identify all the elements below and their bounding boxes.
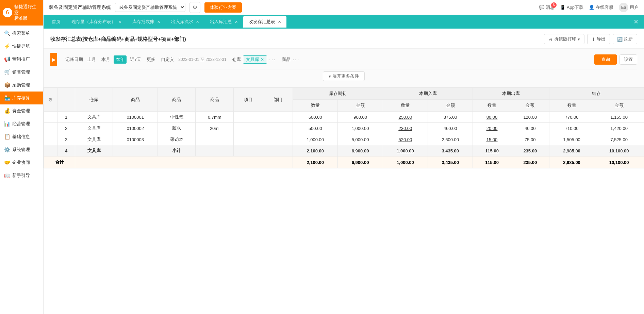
row-no: 4 <box>57 145 75 156</box>
print-button[interactable]: 🖨 拆镜版打印 ▾ <box>544 34 584 44</box>
date-btn-本月[interactable]: 本月 <box>99 55 112 64</box>
date-btn-本年[interactable]: 本年 <box>114 55 127 64</box>
col-in-amt: 金额 <box>428 100 473 112</box>
row-project <box>234 123 263 134</box>
tab-close-inout-summary[interactable]: ✕ <box>235 20 238 24</box>
tab-close-stock-dist[interactable]: ✕ <box>118 20 121 24</box>
avatar: Ea <box>619 3 628 12</box>
row-out-amt: 120.00 <box>511 112 549 123</box>
message-button[interactable]: 💬 消息 6 <box>539 4 555 11</box>
date-filter: 记账日期 上月本月本年近7天更多自定义 2023-01-01 至 2023-12… <box>65 55 227 64</box>
basic-icon: 📋 <box>4 134 10 140</box>
footer-balance-qty: 2,985.00 <box>549 156 594 168</box>
row-balance-amt: 10,100.00 <box>594 145 644 156</box>
row-goods-code <box>113 145 158 156</box>
topbar-right: 💬 消息 6 📱 App下载 👤 在线客服 Ea 用户 <box>539 3 639 12</box>
export-icon: ⬇ <box>592 37 595 42</box>
sidebar-item-inventory[interactable]: 🏪库存核算 <box>0 92 43 104</box>
col-project: 项目 <box>234 88 263 112</box>
sidebar-item-quick[interactable]: ⚡快捷导航 <box>0 40 43 53</box>
warehouse-label: 仓库 <box>232 56 241 63</box>
row-balance-qty: 2,985.00 <box>549 145 594 156</box>
col-balance-qty: 数量 <box>549 100 594 112</box>
sidebar-label-basic: 基础信息 <box>12 134 30 140</box>
tab-batch[interactable]: 库存批次账✕ <box>127 16 166 28</box>
date-btn-近7天[interactable]: 近7天 <box>128 55 143 64</box>
tab-label-batch: 库存批次账 <box>132 19 154 25</box>
row-in-qty[interactable]: 1,000.00 <box>383 145 428 156</box>
sidebar-item-enterprise[interactable]: 🤝企业协同 <box>0 156 43 169</box>
sidebar-item-sales[interactable]: 🛒销售管理 <box>0 66 43 79</box>
row-out-qty[interactable]: 20.00 <box>473 123 511 134</box>
tab-close-inout-flow[interactable]: ✕ <box>196 20 199 24</box>
row-goods-code: 0100001 <box>113 112 158 123</box>
trial-button[interactable]: 体验行业方案 <box>204 2 242 13</box>
row-opening-qty: 600.00 <box>293 112 338 123</box>
refresh-icon: 🔄 <box>617 37 623 42</box>
tab-close-recv-summary[interactable]: ✕ <box>278 20 281 24</box>
tab-label-stock-dist: 现存量（库存分布表） <box>71 19 116 25</box>
app-logo: 6 <box>3 8 12 17</box>
sidebar-item-purchase[interactable]: 📦采购管理 <box>0 79 43 92</box>
data-table: ⚙ 仓库 商品 商品 商品 项目 部门 库存期初 本期入库 本期出库 结存 <box>44 87 644 168</box>
settings-gear-button[interactable]: ⚙ <box>189 2 200 13</box>
sidebar-item-operations[interactable]: 📊经营管理 <box>0 117 43 130</box>
filter-toggle[interactable]: ▶ <box>50 53 57 66</box>
col-goods-spec: 商品 <box>196 88 234 112</box>
user-label: 用户 <box>630 4 639 11</box>
tab-close-batch[interactable]: ✕ <box>157 20 160 24</box>
expand-filter-button[interactable]: ▾ 展开更多条件 <box>323 71 365 81</box>
online-service-button[interactable]: 👤 在线客服 <box>589 4 613 11</box>
quick-icon: ⚡ <box>4 43 10 49</box>
warehouse-more[interactable]: ··· <box>269 56 276 63</box>
tab-inout-summary[interactable]: 出入库汇总✕ <box>204 16 243 28</box>
sidebar-item-system[interactable]: ⚙️系统管理 <box>0 143 43 156</box>
sidebar-label-finance: 资金管理 <box>12 108 30 114</box>
date-btn-更多[interactable]: 更多 <box>145 55 158 64</box>
data-table-wrap: ⚙ 仓库 商品 商品 商品 项目 部门 库存期初 本期入库 本期出库 结存 <box>44 87 644 168</box>
refresh-button[interactable]: 🔄 刷新 <box>613 34 637 44</box>
sidebar-item-marketing[interactable]: 📢营销推广 <box>0 53 43 66</box>
table-settings-button[interactable]: 设置 <box>620 54 637 65</box>
row-in-qty[interactable]: 520.00 <box>383 134 428 145</box>
table-row: 3文具库0100003采访本1,000.005,000.00520.002,60… <box>44 134 644 145</box>
goods-more[interactable]: ··· <box>293 56 300 63</box>
sidebar-item-basic[interactable]: 📋基础信息 <box>0 130 43 143</box>
table-row: 4文具库小计2,100.006,900.001,000.003,435.0011… <box>44 145 644 156</box>
row-out-qty[interactable]: 80.00 <box>473 112 511 123</box>
row-in-qty[interactable]: 230.00 <box>383 123 428 134</box>
row-out-qty[interactable]: 15.00 <box>473 134 511 145</box>
date-btn-上月[interactable]: 上月 <box>85 55 98 64</box>
date-label: 记账日期 <box>65 56 83 63</box>
system-name: 装备及固定资产辅助管理系统 <box>49 4 111 11</box>
warehouse-tag-close[interactable]: ✕ <box>261 57 264 62</box>
row-warehouse: 文具库 <box>75 123 113 134</box>
tab-stock-dist[interactable]: 现存量（库存分布表）✕ <box>66 16 127 28</box>
row-no: 1 <box>57 112 75 123</box>
export-button[interactable]: ⬇ 导出 <box>587 34 610 44</box>
table-row: 2文具库0100002胶水20ml500.001,000.00230.00460… <box>44 123 644 134</box>
page-header: 收发存汇总表(按仓库+商品编码+商品+规格型号+项目+部门) 🖨 拆镜版打印 ▾… <box>44 29 644 49</box>
row-goods-code: 0100002 <box>113 123 158 134</box>
row-out-qty[interactable]: 115.00 <box>473 145 511 156</box>
row-warehouse: 文具库 <box>75 145 113 156</box>
date-btn-自定义[interactable]: 自定义 <box>159 55 176 64</box>
tab-inout-flow[interactable]: 出入库流水✕ <box>166 16 204 28</box>
search-button[interactable]: 查询 <box>594 54 617 65</box>
sidebar-item-search[interactable]: 🔍搜索菜单 <box>0 27 43 40</box>
app-download-button[interactable]: 📱 App下载 <box>560 4 583 11</box>
sidebar-nav: 🔍搜索菜单⚡快捷导航📢营销推广🛒销售管理📦采购管理🏪库存核算💰资金管理📊经营管理… <box>0 26 43 314</box>
tab-home[interactable]: 首页 <box>46 16 66 28</box>
user-button[interactable]: Ea 用户 <box>619 3 639 12</box>
column-settings-icon[interactable]: ⚙ <box>48 97 53 102</box>
topbar: 装备及固定资产辅助管理系统 装备及固定资产辅助管理系统 ⚙ 体验行业方案 💬 消… <box>44 0 644 15</box>
tabbar-close-all[interactable]: ✕ <box>631 18 641 26</box>
sidebar-item-finance[interactable]: 💰资金管理 <box>0 104 43 117</box>
sidebar-label-guide: 新手引导 <box>12 172 30 179</box>
sidebar-item-guide[interactable]: 📖新手引导 <box>0 169 43 182</box>
row-goods-name: 小计 <box>158 145 196 156</box>
row-in-qty[interactable]: 250.00 <box>383 112 428 123</box>
system-select[interactable]: 装备及固定资产辅助管理系统 <box>115 3 185 12</box>
row-dept <box>263 134 293 145</box>
tab-recv-summary[interactable]: 收发存汇总表✕ <box>243 16 286 28</box>
